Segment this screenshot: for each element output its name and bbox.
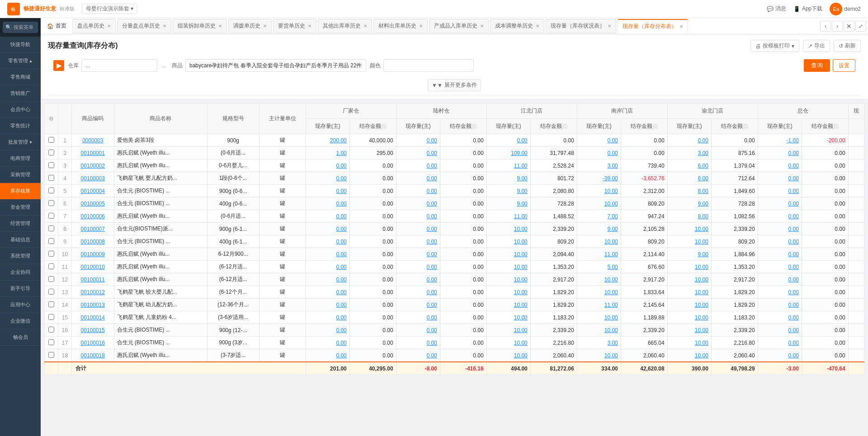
cell-jb-qty[interactable]: 10.00 — [486, 349, 530, 362]
info-icon-jb[interactable]: ⓘ — [563, 124, 567, 129]
message-btn[interactable]: 💬 消息 — [767, 5, 786, 13]
cell-na-qty[interactable]: 5.00 — [577, 261, 621, 273]
cell-na-qty[interactable]: 11.00 — [577, 248, 621, 261]
cell-total-qty[interactable]: 0.00 — [758, 324, 802, 337]
cell-jb-qty[interactable]: 0.00 — [486, 134, 530, 147]
cell-lc-qty[interactable]: 0.00 — [396, 349, 440, 362]
cell-code[interactable]: 00100013 — [72, 299, 114, 311]
cell-cj-qty[interactable]: 0.00 — [306, 286, 349, 299]
cell-jb-qty[interactable]: 11.00 — [486, 159, 530, 172]
cell-total-qty[interactable]: 0.00 — [758, 223, 802, 235]
cell-checkbox[interactable] — [45, 197, 58, 210]
cell-cj-qty[interactable]: 200.00 — [306, 134, 349, 147]
cell-yb-qty[interactable]: 8.00 — [667, 172, 711, 185]
cell-na-qty[interactable]: 11.00 — [577, 299, 621, 311]
cell-lc-qty[interactable]: 0.00 — [396, 223, 440, 235]
cell-lc-qty[interactable]: 0.00 — [396, 324, 440, 337]
cell-jb-qty[interactable]: 11.00 — [486, 210, 530, 223]
row-checkbox[interactable] — [48, 327, 54, 333]
tab-close-material-out[interactable]: ✕ — [419, 23, 423, 28]
cell-yb-qty[interactable]: 10.00 — [667, 261, 711, 273]
cell-code[interactable]: 00100018 — [72, 349, 114, 362]
color-input[interactable] — [383, 59, 474, 72]
cell-yb-qty[interactable]: 10.00 — [667, 349, 711, 362]
tab-close-all-btn[interactable]: ✕ — [844, 21, 854, 32]
cell-checkbox[interactable] — [45, 210, 58, 223]
cell-code[interactable]: 00100003 — [72, 172, 114, 185]
tab-transfer[interactable]: 调拨单历史 ✕ — [228, 19, 272, 33]
cell-yb-qty[interactable]: 3.00 — [667, 147, 711, 159]
cell-checkbox[interactable] — [45, 273, 58, 286]
sidebar-item-corp[interactable]: 企业协同 — [0, 264, 41, 281]
cell-code[interactable]: 00100007 — [72, 223, 114, 235]
row-checkbox[interactable] — [48, 251, 54, 257]
cell-checkbox[interactable] — [45, 311, 58, 324]
info-icon-na[interactable]: ⓘ — [653, 124, 658, 129]
cell-checkbox[interactable] — [45, 324, 58, 337]
tab-material-out[interactable]: 材料出库单历史 ✕ — [373, 19, 428, 33]
cell-cj-qty[interactable]: 0.00 — [306, 172, 349, 185]
cell-yb-qty[interactable]: 10.00 — [667, 223, 711, 235]
cell-lc-qty[interactable]: 0.00 — [396, 147, 440, 159]
cell-jb-qty[interactable]: 10.00 — [486, 248, 530, 261]
row-checkbox[interactable] — [48, 188, 54, 193]
sidebar-item-retail-stat[interactable]: 零售统计 — [0, 118, 41, 134]
cell-total-qty[interactable]: 0.00 — [758, 159, 802, 172]
sidebar-item-member[interactable]: 会员中心 — [0, 102, 41, 118]
tab-close-product-in[interactable]: ✕ — [480, 23, 484, 28]
sidebar-item-newguide[interactable]: 新手引导 — [0, 281, 41, 297]
cell-code[interactable]: 0000003 — [72, 134, 114, 147]
cell-total-qty[interactable]: 0.00 — [758, 299, 802, 311]
cell-jb-qty[interactable]: 10.00 — [486, 299, 530, 311]
cell-cj-qty[interactable]: 0.00 — [306, 261, 349, 273]
cell-total-qty[interactable]: 0.00 — [758, 185, 802, 197]
cell-code[interactable]: 00100011 — [72, 273, 114, 286]
cell-na-qty[interactable]: 10.00 — [577, 324, 621, 337]
cell-na-qty[interactable]: 3.00 — [577, 337, 621, 349]
cell-total-qty[interactable]: 0.00 — [758, 261, 802, 273]
cell-code[interactable]: 00100004 — [72, 185, 114, 197]
cell-total-qty[interactable]: -1.00 — [758, 134, 802, 147]
info-icon-total[interactable]: ⓘ — [834, 124, 839, 129]
cell-na-qty[interactable]: 7.00 — [577, 210, 621, 223]
cell-lc-qty[interactable]: 0.00 — [396, 235, 440, 248]
cell-jb-qty[interactable]: 109.00 — [486, 147, 530, 159]
row-checkbox[interactable] — [48, 175, 54, 181]
cell-jb-qty[interactable]: 10.00 — [486, 311, 530, 324]
tab-close-combo-split[interactable]: ✕ — [218, 23, 222, 28]
tab-stock-dist[interactable]: 现存量（库存分布表） ✕ — [618, 19, 688, 33]
row-checkbox[interactable] — [48, 137, 54, 143]
row-checkbox[interactable] — [48, 263, 54, 269]
cell-yb-qty[interactable]: 10.00 — [667, 324, 711, 337]
cell-yb-qty[interactable]: 10.00 — [667, 273, 711, 286]
cell-jb-qty[interactable]: 9.00 — [486, 197, 530, 210]
cell-yb-qty[interactable]: 10.00 — [667, 337, 711, 349]
cell-code[interactable]: 00100016 — [72, 337, 114, 349]
row-checkbox[interactable] — [48, 276, 54, 282]
sidebar-item-marketing[interactable]: 营销推广 — [0, 85, 41, 102]
sidebar-item-operation[interactable]: 经营管理 — [0, 216, 41, 232]
cell-yb-qty[interactable]: 10.00 — [667, 299, 711, 311]
warehouse-dots[interactable]: ... — [160, 62, 168, 69]
cell-checkbox[interactable] — [45, 261, 58, 273]
info-icon-yb[interactable]: ⓘ — [744, 124, 748, 129]
cell-checkbox[interactable] — [45, 134, 58, 147]
setting-btn[interactable]: 设置 — [833, 59, 855, 72]
cell-code[interactable]: 00100012 — [72, 286, 114, 299]
tab-prev-btn[interactable]: ‹ — [820, 21, 831, 32]
cell-code[interactable]: 00100008 — [72, 235, 114, 248]
tab-expand-btn[interactable]: ⤢ — [855, 21, 866, 32]
sidebar-item-corpwx[interactable]: 企业微信 — [0, 313, 41, 329]
industry-selector[interactable]: 母婴行业演示陈套 ▾ — [82, 4, 137, 14]
cell-na-qty[interactable]: 10.00 — [577, 286, 621, 299]
cell-total-qty[interactable]: 0.00 — [758, 273, 802, 286]
cell-total-qty[interactable]: 0.00 — [758, 147, 802, 159]
cell-jb-qty[interactable]: 10.00 — [486, 324, 530, 337]
cell-na-qty[interactable]: 3.00 — [577, 159, 621, 172]
cell-jb-qty[interactable]: 10.00 — [486, 261, 530, 273]
cell-code[interactable]: 00100014 — [72, 311, 114, 324]
cell-cj-qty[interactable]: 0.00 — [306, 337, 349, 349]
cell-jb-qty[interactable]: 10.00 — [486, 286, 530, 299]
cell-checkbox[interactable] — [45, 159, 58, 172]
cell-lc-qty[interactable]: 0.00 — [396, 337, 440, 349]
